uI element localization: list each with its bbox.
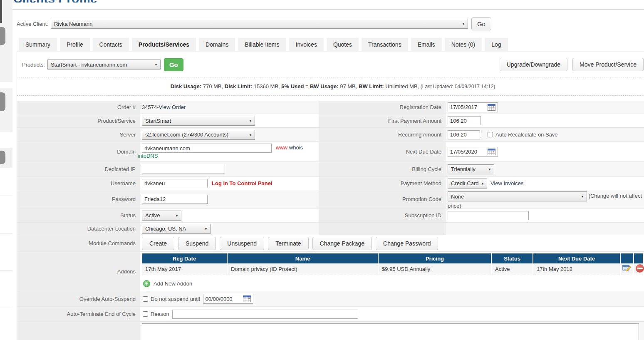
promotion-code-select[interactable]: None [448,191,587,201]
reason-input[interactable] [172,310,358,319]
products-select[interactable]: StartSmart - rivkaneumann.com [47,60,161,69]
calendar-icon[interactable] [488,148,496,156]
recurring-amount-label: Recurring Amount [319,128,446,142]
addons-header-name: Name [227,253,378,263]
addon-reg-date: 17th May 2017 [142,263,227,275]
tab-contacts[interactable]: Contacts [93,38,129,51]
dedicated-ip-input[interactable] [142,165,225,174]
active-client-go-button[interactable]: Go [471,17,491,30]
override-auto-suspend-checkbox[interactable] [143,296,148,302]
addons-row: Addons Reg Date Name Pricing Status Next… [17,252,644,291]
view-invoices-link[interactable]: View Invoices [490,180,523,186]
suspend-until-input[interactable] [203,295,243,303]
billing-cycle-label: Billing Cycle [319,162,446,177]
product-service-select[interactable]: StartSmart [142,116,255,126]
password-input[interactable] [142,195,208,204]
plus-icon: + [143,280,150,287]
username-input[interactable] [142,179,208,188]
module-commands-row: Module Commands Create Suspend Unsuspend… [17,235,644,252]
active-client-row: Active Client: Rivka Neumann Go [17,17,644,31]
move-product-service-button[interactable]: Move Product/Service [572,58,644,71]
addons-header-status: Status [491,253,533,263]
divider [0,233,12,233]
auto-terminate-checkbox[interactable] [143,311,148,317]
status-select[interactable]: Active [142,211,181,221]
sidebar-button-fragment [0,27,5,45]
tab-summary[interactable]: Summary [19,38,57,51]
addons-header-delete-col [634,253,643,263]
change-package-button[interactable]: Change Package [312,237,372,250]
unsuspend-button[interactable]: Unsuspend [220,237,264,250]
view-order-link[interactable]: View Order [159,104,186,110]
password-label: Password [17,190,140,208]
calendar-icon[interactable] [488,104,496,111]
addons-table: Reg Date Name Pricing Status Next Due Da… [142,253,644,275]
sidebar-edge-bar [0,0,2,23]
tab-domains[interactable]: Domains [199,38,235,51]
server-select[interactable]: s2.fcomet.com (274/300 Accounts) [142,130,255,140]
product-service-label: Product/Service [17,114,140,128]
tab-notes[interactable]: Notes (0) [445,38,482,51]
subscription-id-input[interactable] [448,211,529,220]
tab-log[interactable]: Log [485,38,508,51]
tab-billable-items[interactable]: Billable Items [238,38,286,51]
order-label: Order # [17,101,140,114]
create-button[interactable]: Create [142,237,174,250]
server-label: Server [17,128,140,142]
payment-method-label: Payment Method [319,177,446,190]
upgrade-downgrade-button[interactable]: Upgrade/Downgrade [500,58,567,71]
whois-link[interactable]: whois [289,144,303,151]
addons-label: Addons [17,252,140,291]
recurring-amount-input[interactable] [448,130,480,139]
addons-header-edit-col [620,253,634,263]
intodns-link[interactable]: intoDNS [138,153,158,159]
addons-header-reg-date: Reg Date [142,253,227,263]
divider [0,271,12,271]
page-title: Clients Profile [13,0,644,2]
tab-invoices[interactable]: Invoices [289,38,324,51]
payment-method-select[interactable]: Credit Card [448,179,487,189]
next-due-date-label: Next Due Date [319,142,446,162]
override-auto-suspend-label: Override Auto-Suspend [17,291,140,307]
datacenter-location-select[interactable]: Chicago, US, NA [142,224,211,234]
tab-products-services[interactable]: Products/Services [132,38,196,51]
username-label: Username [17,177,140,190]
suspend-button[interactable]: Suspend [178,237,216,250]
products-go-button[interactable]: Go [164,58,183,71]
admin-notes-textarea[interactable] [142,323,639,340]
tab-profile[interactable]: Profile [60,38,90,51]
suspend-until-field [203,294,253,304]
add-new-addon-button[interactable]: + Add New Addon [143,278,644,289]
order-value: 34574 - View Order [140,101,319,114]
usage-summary: Disk Usage: 770 MB, Disk Limit: 15360 MB… [17,77,644,96]
products-toolbar: Products: StartSmart - rivkaneumann.com … [17,52,644,77]
tab-quotes[interactable]: Quotes [327,38,359,51]
change-password-button[interactable]: Change Password [376,237,438,250]
empty-value-cell [446,223,644,235]
edit-addon-icon[interactable] [622,265,631,272]
override-auto-suspend-row: Override Auto-Suspend Do not suspend unt… [17,291,644,307]
auto-terminate-row: Auto-Terminate End of Cycle Reason [17,307,644,322]
next-due-date-input[interactable] [448,148,488,156]
domain-input[interactable] [142,144,272,153]
delete-addon-icon[interactable] [636,264,644,273]
billing-cycle-select[interactable]: Triennially [448,164,494,174]
www-link[interactable]: www [276,144,287,151]
collapsed-sidebar [0,0,12,340]
calendar-icon[interactable] [243,295,251,303]
first-payment-label: First Payment Amount [319,114,446,128]
divider [12,9,644,10]
tab-emails[interactable]: Emails [411,38,442,51]
auto-recalculate-checkbox[interactable] [488,132,493,137]
tab-transactions[interactable]: Transactions [362,38,408,51]
login-control-panel-link[interactable]: Log In To Control Panel [212,180,272,186]
first-payment-input[interactable] [448,116,481,125]
admin-notes-row: Admin Notes [17,322,644,340]
subscription-id-label: Subscription ID [319,208,446,223]
registration-date-input[interactable] [448,103,488,112]
terminate-button[interactable]: Terminate [268,237,308,250]
reason-label: Reason [151,311,169,317]
active-client-select[interactable]: Rivka Neumann [51,19,468,29]
addons-header-next-due: Next Due Date [533,253,620,263]
addon-next-due: 17th May 2018 [533,263,620,275]
